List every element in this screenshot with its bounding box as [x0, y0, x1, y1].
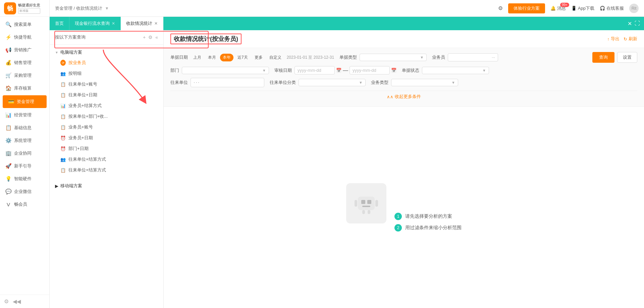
- sidebar-item-finance[interactable]: 💳 资金管理: [3, 95, 47, 108]
- sidebar-item-search[interactable]: 🔍 搜索菜单: [0, 18, 49, 31]
- calendar-start-icon[interactable]: 📅: [336, 68, 341, 73]
- status-select[interactable]: ▼: [422, 67, 489, 74]
- scheme-item-counterpart-dept[interactable]: 📋 按来单位+部门+收...: [50, 111, 163, 122]
- counterpart-cat-chevron-icon: ▼: [359, 81, 363, 85]
- tab-bank[interactable]: 现金银行流水查询 ✕: [69, 17, 121, 30]
- date-tab-this-month[interactable]: 本月: [205, 54, 219, 61]
- sidebar-item-marketing[interactable]: 📢 营销推广: [0, 44, 49, 56]
- sidebar-item-system[interactable]: ⚙️ 系统管理: [0, 134, 49, 147]
- counterpart-settlement2-icon: 📋: [60, 167, 66, 173]
- tab-receipt[interactable]: 收款情况统计 ✕: [121, 17, 163, 30]
- date-tab-7days[interactable]: 近7天: [235, 54, 251, 61]
- voucher-type-select[interactable]: ▼: [360, 54, 427, 61]
- finance-icon: 💳: [8, 99, 14, 105]
- app-download-button[interactable]: 📱 App下载: [571, 5, 594, 11]
- sidebar-item-inventory[interactable]: 🏠 库存核算: [0, 82, 49, 95]
- settings-scheme-icon[interactable]: ⚙: [148, 35, 153, 40]
- calendar-end-icon[interactable]: 📅: [391, 68, 396, 73]
- sidebar-logo: 畅 畅捷通好生意 标准版: [0, 0, 49, 17]
- business-type-select[interactable]: ▼: [391, 79, 458, 86]
- salesperson-select[interactable]: ···: [448, 53, 498, 61]
- audit-date-filter-group: 审核日期 yyyy-mm-dd 📅 — yyyy-mm-dd 📅: [274, 66, 396, 74]
- date-tab-more[interactable]: 更多: [252, 54, 265, 61]
- notification-button[interactable]: 🔔 消息 99+: [550, 5, 566, 11]
- counterpart-cat-select[interactable]: ▼: [299, 79, 366, 86]
- tree-arrow-right: ▶: [55, 184, 58, 189]
- scheme-item-label: 按来单位+部门+收...: [68, 113, 108, 119]
- refresh-button[interactable]: ↻ 刷新: [624, 36, 637, 42]
- sidebar-item-guide[interactable]: 🚀 新手引导: [0, 160, 49, 172]
- page-title-actions: ↑ 导出 ↻ 刷新: [607, 36, 638, 42]
- export-icon: ↑: [607, 37, 610, 42]
- sidebar-item-sales[interactable]: 💰 销售管理: [0, 56, 49, 69]
- sidebar-item-vip[interactable]: V 畅会员: [0, 198, 49, 211]
- scheme-item-counterpart-settlement2[interactable]: 📋 往来单位+结算方式: [50, 165, 163, 175]
- refresh-icon: ↻: [624, 37, 627, 42]
- empty-tip-1: 1 请先选择要分析的方案: [394, 213, 462, 220]
- footer-expand-icon[interactable]: ◀◀: [13, 298, 21, 305]
- counterpart-cat-label: 往来单位分类: [270, 80, 296, 86]
- audit-date-label: 审核日期: [274, 67, 292, 73]
- scheme-item-counterpart-settlement[interactable]: 👥 往来单位+结算方式: [50, 154, 163, 165]
- tab-home[interactable]: 首页: [50, 17, 69, 30]
- scheme-item-salesperson[interactable]: ⟳ 按业务员: [50, 57, 163, 68]
- audit-date-end[interactable]: yyyy-mm-dd: [350, 66, 390, 74]
- collapse-up-icon: ∧∧: [387, 94, 393, 99]
- sidebar-item-basic[interactable]: 📋 基础信息: [0, 121, 49, 134]
- setting-button[interactable]: 设置: [617, 52, 637, 63]
- sidebar-item-purchase[interactable]: 🛒 采购管理: [0, 69, 49, 82]
- filter-area: 单据日期 上月 本月 本年 近7天 更多 自定义 2023-01-01 至 20…: [164, 48, 644, 107]
- tip-text-2: 用过滤条件来缩小分析范围: [405, 225, 462, 231]
- tab-receipt-close[interactable]: ✕: [154, 21, 158, 26]
- audit-date-start[interactable]: yyyy-mm-dd: [294, 66, 335, 74]
- detail-scheme-icon: 👥: [60, 71, 66, 76]
- sidebar-item-quick[interactable]: ⚡ 快捷导航: [0, 31, 49, 44]
- scheme-item-detail[interactable]: 👥 按明细: [50, 68, 163, 79]
- date-tab-this-year[interactable]: 本年: [220, 54, 233, 61]
- sidebar-item-operation[interactable]: 📊 经营管理: [0, 109, 49, 121]
- date-tabs: 上月 本月 本年 近7天 更多 自定义: [191, 54, 284, 61]
- scheme-item-salesperson-account[interactable]: 📋 业务员+账号: [50, 122, 163, 133]
- footer-settings-icon[interactable]: ⚙: [4, 298, 9, 305]
- mobile-scheme-section: ▶ 移动端方案: [50, 178, 163, 194]
- online-service-button[interactable]: 🎧 在线客服: [600, 5, 624, 11]
- scheme-item-salesperson-date[interactable]: ⏰ 业务员+日期: [50, 133, 163, 143]
- avatar[interactable]: Rit: [629, 4, 639, 13]
- sidebar-item-corp[interactable]: 🏢 企业协同: [0, 147, 49, 160]
- query-button[interactable]: 查询: [592, 52, 614, 63]
- dropdown-icon[interactable]: ▼: [105, 6, 109, 11]
- sidebar-item-label: 基础信息: [14, 125, 32, 131]
- tab-close-window-icon[interactable]: ✕: [628, 20, 632, 27]
- dept-select[interactable]: ▼: [182, 67, 269, 74]
- add-scheme-icon[interactable]: +: [143, 35, 146, 40]
- sidebar-item-label: 快捷导航: [14, 34, 32, 40]
- scheme-item-counterpart-date[interactable]: 📋 往来单位+日期: [50, 90, 163, 100]
- scheme-item-salesperson-settlement[interactable]: 📊 业务员+结算方式: [50, 100, 163, 111]
- system-icon: ⚙️: [5, 138, 11, 144]
- scheme-item-label: 按业务员: [68, 60, 86, 66]
- scheme-item-dept-date[interactable]: ⏰ 部门+日期: [50, 143, 163, 154]
- desktop-scheme-section: ▼ 电脑端方案 ⟳ 按业务员 👥 按明细 📋: [50, 45, 163, 178]
- industry-button[interactable]: 体验行业方案: [508, 3, 545, 13]
- tab-receipt-label: 收款情况统计: [126, 20, 152, 27]
- settings-icon[interactable]: ⚙: [498, 5, 503, 11]
- svg-rect-6: [362, 210, 365, 214]
- tab-bank-close[interactable]: ✕: [112, 21, 115, 26]
- sales-icon: 💰: [5, 60, 11, 66]
- mobile-scheme-header[interactable]: ▶ 移动端方案: [50, 181, 163, 191]
- sidebar-item-wechat[interactable]: 💬 企业微信: [0, 185, 49, 198]
- collapse-panel-icon[interactable]: «: [155, 35, 158, 40]
- sidebar-item-label: 经营管理: [14, 112, 32, 118]
- sidebar-item-hardware[interactable]: 💡 智能硬件: [0, 172, 49, 185]
- empty-tip-2: 2 用过滤条件来缩小分析范围: [394, 224, 462, 232]
- counterpart-select[interactable]: ···: [191, 78, 264, 87]
- left-panel: 按以下方案查询 + ⚙ « ▼ 电脑端方案 ⟳ 按业务员: [50, 30, 164, 308]
- scheme-item-counterpart-account[interactable]: 📋 往来单位+账号: [50, 79, 163, 90]
- date-tab-last-month[interactable]: 上月: [191, 54, 204, 61]
- sidebar-item-label: 库存核算: [14, 85, 32, 91]
- export-button[interactable]: ↑ 导出: [607, 36, 620, 42]
- tab-expand-icon[interactable]: ⛶: [635, 20, 640, 27]
- desktop-scheme-header[interactable]: ▼ 电脑端方案: [50, 47, 163, 57]
- date-tab-custom[interactable]: 自定义: [267, 54, 284, 61]
- collapse-bar[interactable]: ∧∧ 收起更多条件: [170, 91, 637, 102]
